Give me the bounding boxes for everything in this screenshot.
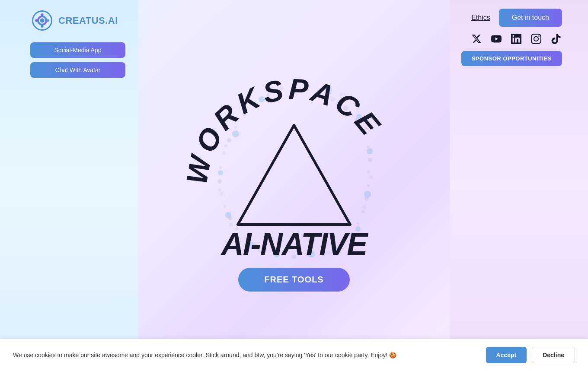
svg-point-63 [229,223,233,226]
svg-point-61 [218,188,221,192]
linkedin-icon[interactable] [510,33,522,45]
svg-point-60 [369,175,373,179]
cookie-buttons: Accept Decline [486,347,575,363]
header-right: Ethics Get in touch SPO [461,9,562,66]
hero-section: WORKSPACE AI-NATIVE FREE TOOLS [138,35,450,336]
svg-point-28 [224,205,226,208]
svg-point-62 [362,206,366,209]
svg-point-31 [357,222,359,225]
svg-point-2 [41,13,44,16]
logo[interactable]: CREATUS.AI [30,9,118,32]
logo-icon [30,9,54,32]
tiktok-icon[interactable] [550,33,562,45]
svg-point-1 [40,19,45,23]
svg-point-19 [367,146,370,148]
svg-point-47 [367,148,373,154]
sponsor-opportunities-button[interactable]: SPONSOR OPPORTUNITIES [461,51,562,66]
svg-point-29 [361,210,365,213]
social-icons-row [470,33,562,45]
svg-point-5 [47,19,49,22]
chat-with-avatar-button[interactable]: Chat With Avatar [30,62,125,78]
ethics-link[interactable]: Ethics [471,14,490,22]
cookie-banner: We use cookies to make our site awesome … [0,339,588,371]
decline-button[interactable]: Decline [532,347,575,363]
svg-point-49 [364,191,371,198]
header: CREATUS.AI Ethics Get in touch [0,0,588,39]
free-tools-button[interactable]: FREE TOOLS [238,268,349,292]
svg-point-22 [219,166,222,169]
svg-point-3 [41,25,44,28]
accept-button[interactable]: Accept [486,347,527,363]
svg-point-25 [367,184,370,187]
svg-point-26 [220,192,223,195]
svg-point-4 [35,19,38,22]
svg-point-50 [225,212,231,218]
svg-text:WORKSPACE: WORKSPACE [180,72,389,187]
svg-point-20 [222,152,226,155]
svg-marker-67 [238,125,350,225]
svg-point-23 [367,170,370,174]
logo-text: CREATUS.AI [58,15,118,26]
workspace-circle: WORKSPACE AI-NATIVE FREE TOOLS [164,56,424,315]
cookie-message: We use cookies to make our site awesome … [13,352,477,358]
svg-point-48 [218,170,223,175]
nav-buttons: Social-Media App Chat With Avatar [30,42,125,78]
center-content: FREE TOOLS [164,259,424,292]
youtube-icon[interactable] [490,33,502,45]
svg-text:AI-NATIVE: AI-NATIVE [220,227,369,261]
svg-point-21 [368,158,372,162]
twitter-icon[interactable] [470,33,483,45]
social-media-app-button[interactable]: Social-Media App [30,42,125,58]
header-top-row: Ethics Get in touch [471,9,562,27]
instagram-icon[interactable] [530,33,542,45]
get-in-touch-button[interactable]: Get in touch [499,9,562,27]
svg-point-24 [217,179,222,184]
